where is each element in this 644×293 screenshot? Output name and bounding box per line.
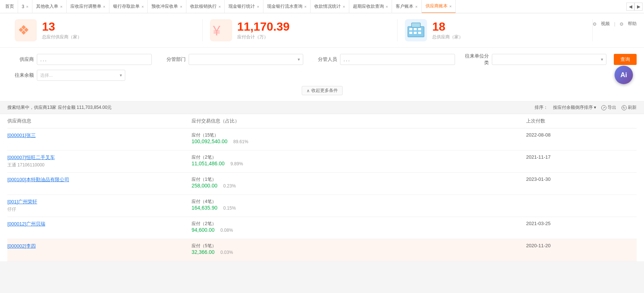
dept-label: 分管部门 [159, 56, 189, 63]
divider: | [614, 21, 615, 27]
export-label: 导出 [608, 104, 616, 111]
stat-card-1-info: 13 总应付供应商（家） [42, 21, 82, 40]
nav-label: 客户账本 [396, 3, 413, 10]
svg-rect-9 [409, 32, 412, 34]
sort-select[interactable]: 按应付余额倒序排序 ▾ [553, 104, 596, 111]
last-pay: 2021-11-17 [526, 154, 637, 160]
tx-label: 应付（15笔） [192, 132, 526, 138]
nav-label: 收款情况统计 [314, 3, 341, 10]
tx-pct: 89.61% [233, 139, 248, 144]
tx-label: 应付（1笔） [192, 176, 526, 183]
collapse-bar: ∧ 收起更多条件 [7, 85, 637, 98]
supplier-input[interactable]: ... [37, 54, 152, 65]
supplier-link[interactable]: [000100]本特勤油品有限公司 [7, 176, 192, 183]
nav-item-supplier-account[interactable]: 供应商账本 × [422, 0, 456, 13]
close-icon[interactable]: × [343, 4, 345, 9]
stat-value-1: 13 [42, 21, 82, 32]
nav-item-advance-offset[interactable]: 预收冲应收单 × [148, 0, 186, 13]
stat-card-3-info: 18 总供应商（家） [432, 21, 463, 40]
dept-input[interactable]: ▾ [189, 54, 304, 65]
svg-rect-12 [412, 23, 420, 27]
supplier-link[interactable]: [001]广州荣轩 [7, 199, 192, 205]
nav-item-home[interactable]: 首页 [1, 0, 18, 13]
tx-amount[interactable]: 258,000.00 [192, 183, 217, 189]
balance-placeholder: 选择... [40, 72, 53, 79]
close-icon[interactable]: × [180, 4, 182, 9]
stat-value-2: 11,170.39 [237, 21, 290, 32]
svg-text:❖: ❖ [18, 23, 29, 38]
supplier-info: [001]广州荣轩 仔仔 [7, 199, 192, 213]
result-bar: 搜索结果中，供应商13家 应付金额 111,703,854.00元 排序： 按应… [0, 101, 644, 114]
result-summary: 搜索结果中，供应商13家 应付金额 111,703,854.00元 [7, 104, 112, 111]
stat-label-3: 总供应商（家） [432, 34, 463, 40]
person-label: 分管人员 [311, 56, 340, 63]
tx-row: 100,092,540.00 89.61% [192, 138, 526, 144]
tx-amount[interactable]: 164,635.90 [192, 205, 217, 211]
tx-amount[interactable]: 32,366.00 [192, 249, 214, 255]
person-input[interactable]: ... [340, 54, 455, 65]
supplier-label: 供应商 [7, 56, 37, 63]
stat-card-2-info: 11,170.39 应付合计（万） [237, 21, 290, 40]
nav-item-cash-stats[interactable]: 现金银行统计 × [225, 0, 263, 13]
tx-label: 应付（2笔） [192, 221, 526, 227]
nav-bar: 首页 3 × 其他收入单 × 应收应付调整单 × 银行存取款单 × 预收冲应收单… [0, 0, 644, 13]
close-icon[interactable]: × [60, 4, 62, 9]
close-icon[interactable]: × [449, 4, 452, 8]
nav-item-overdue[interactable]: 超期应收款查询 × [349, 0, 392, 13]
tx-label: 应付（4笔） [192, 199, 526, 205]
nav-item-bank-deposit[interactable]: 银行存取款单 × [109, 0, 148, 13]
dots-icon: ... [40, 56, 47, 63]
nav-item-customer-account[interactable]: 客户账本 × [392, 0, 421, 13]
tx-label: 应付（2笔） [192, 154, 526, 161]
tx-pct: 0.15% [223, 206, 236, 211]
close-icon[interactable]: × [103, 4, 105, 9]
tx-amount[interactable]: 94,600.00 [192, 227, 214, 233]
tx-info: 应付（4笔） 164,635.90 0.15% [192, 199, 526, 211]
close-icon[interactable]: × [141, 4, 144, 9]
tx-row: 164,635.90 0.15% [192, 205, 526, 211]
nav-item-receipt-exec[interactable]: 收款核销执行 × [186, 0, 225, 13]
nav-prev-button[interactable]: ◀ [626, 3, 634, 11]
video-link[interactable]: 视频 [601, 21, 610, 27]
tx-amount[interactable]: 11,051,486.00 [192, 161, 225, 166]
supplier-link[interactable]: [000007]恒旺二手叉车 [7, 154, 192, 161]
export-button[interactable]: ↗ 导出 [601, 104, 616, 111]
close-icon[interactable]: × [218, 4, 221, 9]
tx-label: 应付（5笔） [192, 243, 526, 249]
close-icon[interactable]: × [304, 4, 307, 9]
collapse-button[interactable]: ∧ 收起更多条件 [302, 86, 343, 95]
supplier-link[interactable]: [000001]张三 [7, 132, 192, 139]
close-icon[interactable]: × [386, 4, 388, 9]
supplier-info: [000007]恒旺二手叉车 王通 17106110000 [7, 154, 192, 168]
nav-item-adjustment[interactable]: 应收应付调整单 × [67, 0, 109, 13]
supplier-link[interactable]: [000012]广州贝瑞 [7, 221, 192, 227]
category-input[interactable]: ▾ [492, 54, 607, 65]
nav-item-cash-flow[interactable]: 现金银行流水查询 × [263, 0, 311, 13]
nav-item-receipt-stats[interactable]: 收款情况统计 × [311, 0, 349, 13]
supplier-link[interactable]: [000002]李四 [7, 243, 192, 249]
nav-label: 供应商账本 [426, 3, 448, 9]
balance-label: 往来余额 [7, 72, 37, 79]
query-button[interactable]: 查询 [614, 54, 637, 65]
close-icon[interactable]: × [257, 4, 259, 9]
circle-icon: ⊙ [593, 21, 596, 27]
nav-item-3[interactable]: 3 × [18, 0, 32, 13]
refresh-button[interactable]: ↻ 刷新 [622, 104, 637, 111]
ai-assistant-button[interactable]: Ai [615, 66, 633, 84]
table-row: [000012]广州贝瑞 应付（2笔） 94,600.00 0.08% 2021… [7, 217, 637, 239]
tx-amount[interactable]: 100,092,540.00 [192, 138, 227, 144]
supplier-sub: 王通 17106110000 [7, 162, 192, 168]
table-row: [000002]李四 应付（5笔） 32,366.00 0.03% 2020-1… [7, 239, 637, 261]
nav-next-button[interactable]: ▶ [634, 3, 643, 11]
filter-dept: 分管部门 ▾ [159, 54, 304, 65]
circle-icon-2: ⊙ [620, 21, 623, 27]
close-icon[interactable]: × [415, 4, 417, 9]
help-link[interactable]: 帮助 [628, 21, 637, 27]
nav-item-other-income[interactable]: 其他收入单 × [32, 0, 66, 13]
balance-input[interactable]: 选择... ▾ [37, 70, 125, 81]
filter-row-2: 往来余额 选择... ▾ [7, 70, 637, 81]
close-icon[interactable]: × [26, 4, 28, 9]
payable-total-icon: ¥ [210, 19, 232, 41]
tx-pct: 9.89% [231, 161, 243, 166]
svg-rect-10 [414, 32, 417, 34]
